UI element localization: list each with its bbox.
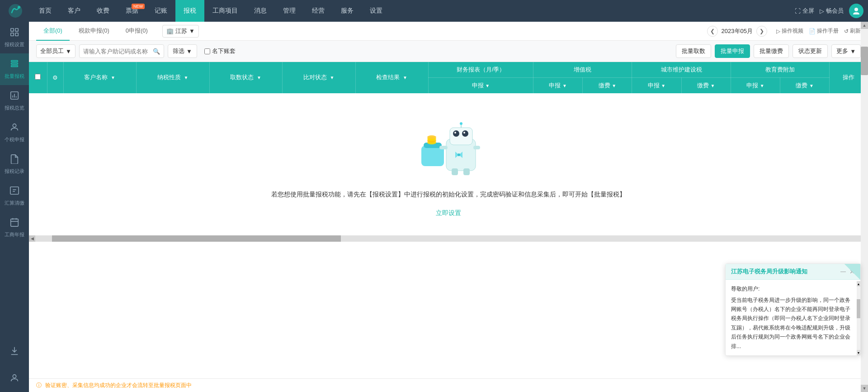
check-result-filter-icon[interactable]: ▼ (403, 75, 407, 80)
app-logo[interactable] (5, 0, 26, 22)
th-edu-declare: 申报 ▼ (731, 78, 780, 94)
manual-icon: 📄 (809, 28, 816, 34)
notification-minimize[interactable]: — (840, 268, 846, 275)
sidebar-item-tax-records[interactable]: 报税记录 (0, 148, 29, 180)
notif-scroll-up-btn[interactable]: ▲ (857, 281, 860, 287)
region-selector[interactable]: 🏢 江苏 ▼ (162, 25, 199, 38)
sidebar-item-personal-tax[interactable]: 个税申报 (0, 117, 29, 148)
refresh-btn[interactable]: ↺ 刷新 (844, 27, 861, 35)
nav-customer[interactable]: 客户 (60, 0, 89, 22)
setup-link[interactable]: 立即设置 (436, 209, 461, 217)
personal-tax-icon (9, 122, 19, 134)
nav-tax[interactable]: 报税 (175, 0, 204, 22)
vscroll-track[interactable] (861, 29, 868, 385)
nav-service[interactable]: 服务 (333, 0, 362, 22)
next-month-btn[interactable]: ❯ (756, 26, 767, 37)
th-city-construction: 城市维护建设税 (632, 62, 731, 78)
tab-zero-declaration[interactable]: 0申报(0) (118, 22, 155, 41)
vat-pay-filter-icon[interactable]: ▼ (612, 83, 616, 88)
th-tax-type: 纳税性质 ▼ (137, 62, 210, 93)
th-gear[interactable]: ⚙ (47, 62, 63, 93)
account-set-checkbox-label[interactable]: 名下账套 (204, 47, 236, 55)
sidebar-item-settlement[interactable]: 汇算清缴 (0, 180, 29, 212)
sidebar: 报税设置 批量报税 报税总览 (0, 22, 29, 392)
member-btn[interactable]: ▷ 畅会员 (820, 7, 844, 15)
th-edu-pay: 缴费 ▼ (780, 78, 829, 94)
edu-pay-filter-icon[interactable]: ▼ (809, 83, 814, 88)
notification-close-btn[interactable]: ✕ (849, 268, 855, 275)
nav-settings[interactable]: 设置 (362, 0, 391, 22)
sidebar-item-batch-tax[interactable]: 批量报税 (0, 53, 29, 85)
operation-video-btn[interactable]: ▷ 操作视频 (776, 27, 803, 35)
avatar[interactable] (849, 4, 863, 18)
svg-rect-3 (11, 29, 14, 31)
sidebar-item-tax-settings[interactable]: 报税设置 (0, 22, 29, 53)
svg-point-14 (13, 124, 16, 127)
tax-records-icon (9, 154, 19, 166)
svg-rect-5 (11, 33, 14, 36)
th-vat-pay: 缴费 ▼ (583, 78, 632, 94)
th-compare-status: 比对状态 ▼ (283, 62, 356, 93)
global-vertical-scrollbar: ▲ ▼ (861, 22, 868, 392)
th-vat: 增值税 (533, 62, 632, 78)
batch-fetch-btn[interactable]: 批量取数 (676, 44, 711, 58)
account-set-checkbox[interactable] (204, 48, 210, 54)
horizontal-scrollbar: ◀ ▶ (29, 235, 868, 242)
financial-declare-filter-icon[interactable]: ▼ (485, 83, 490, 88)
tax-type-filter-icon[interactable]: ▼ (184, 75, 189, 80)
prev-month-btn[interactable]: ❮ (707, 26, 718, 37)
filter-btn[interactable]: 筛选 ▼ (168, 44, 197, 58)
sidebar-item-annual-report[interactable]: 工商年报 (0, 212, 29, 244)
vat-declare-filter-icon[interactable]: ▼ (562, 83, 567, 88)
svg-rect-8 (11, 63, 18, 64)
fetch-status-filter-icon[interactable]: ▼ (257, 75, 261, 80)
nav-items: 首页 客户 收费 票据 NEW 记账 报税 工商项目 消息 管理 经营 服务 设… (31, 0, 795, 22)
sidebar-item-user[interactable] (0, 365, 29, 392)
svg-point-34 (453, 130, 459, 137)
svg-rect-40 (452, 168, 458, 175)
nav-management[interactable]: 管理 (275, 0, 304, 22)
city-pay-filter-icon[interactable]: ▼ (711, 83, 715, 88)
city-declare-filter-icon[interactable]: ▼ (661, 83, 665, 88)
nav-invoice[interactable]: 票据 NEW (118, 0, 146, 22)
status-update-btn[interactable]: 状态更新 (793, 44, 828, 58)
employee-selector[interactable]: 全部员工 ▼ (36, 44, 75, 58)
download-icon (9, 346, 19, 357)
nav-operation[interactable]: 经营 (304, 0, 333, 22)
video-icon: ▷ (776, 28, 780, 34)
search-box: 🔍 (79, 44, 164, 58)
notification-popup: 江苏电子税务局升级影响通知 — ✕ 尊敬的用户: 受当前电子税务局进一步升级的影… (725, 263, 861, 356)
search-input[interactable] (83, 48, 151, 55)
th-city-declare: 申报 ▼ (632, 78, 681, 94)
vscroll-up-btn[interactable]: ▲ (861, 22, 868, 29)
svg-rect-4 (15, 29, 18, 31)
tab-tax-declaration[interactable]: 税款申报(0) (71, 22, 117, 41)
more-dropdown-icon: ▼ (850, 48, 856, 55)
sidebar-item-download[interactable] (0, 338, 29, 365)
svg-point-1 (18, 6, 20, 9)
scroll-track[interactable] (35, 235, 862, 242)
notif-scroll-down-btn[interactable]: ▼ (857, 350, 860, 355)
fullscreen-btn[interactable]: ⛶ 全屏 (795, 7, 814, 15)
batch-pay-btn[interactable]: 批量缴费 (754, 44, 789, 58)
edu-declare-filter-icon[interactable]: ▼ (760, 83, 764, 88)
select-all-checkbox[interactable] (35, 74, 41, 80)
sidebar-item-tax-summary[interactable]: 报税总览 (0, 85, 29, 117)
more-btn[interactable]: 更多 ▼ (831, 44, 861, 58)
svg-rect-38 (439, 146, 448, 149)
batch-declare-btn[interactable]: 批量申报 (715, 44, 750, 58)
compare-status-filter-icon[interactable]: ▼ (330, 75, 335, 80)
nav-business[interactable]: 工商项目 (204, 0, 246, 22)
nav-accounting[interactable]: 记账 (146, 0, 175, 22)
search-icon[interactable]: 🔍 (153, 48, 160, 55)
nav-message[interactable]: 消息 (246, 0, 275, 22)
vscroll-down-btn[interactable]: ▼ (861, 385, 868, 392)
scroll-left-btn[interactable]: ◀ (29, 235, 35, 242)
region-building-icon: 🏢 (166, 28, 174, 34)
operation-manual-btn[interactable]: 📄 操作手册 (809, 27, 839, 35)
nav-home[interactable]: 首页 (31, 0, 60, 22)
nav-billing[interactable]: 收费 (89, 0, 118, 22)
tab-all[interactable]: 全部(0) (36, 22, 70, 41)
warning-text: 验证账密、采集信息均成功的企业才会流转至批量报税页面中 (45, 382, 192, 389)
customer-name-filter-icon[interactable]: ▼ (111, 75, 115, 80)
